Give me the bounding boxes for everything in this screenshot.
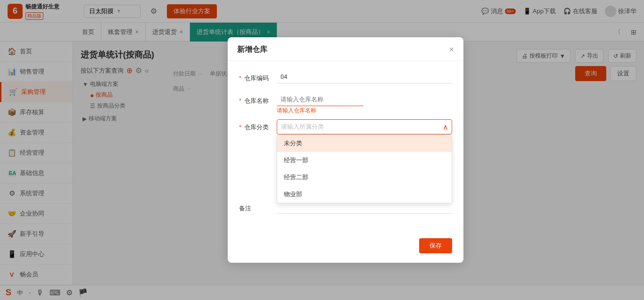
modal-header: 新增仓库 ×	[228, 37, 463, 61]
modal-title: 新增仓库	[237, 45, 267, 55]
name-input[interactable]	[277, 93, 363, 106]
note-label: 备注	[239, 200, 277, 213]
code-input[interactable]	[277, 70, 452, 83]
category-dropdown[interactable]: 请输入所属分类	[277, 119, 452, 134]
category-label-text: 仓库分类	[244, 124, 269, 131]
warehouse-modal: 新增仓库 × * 仓库编码 * 仓库名称 请输入仓库名称 *	[228, 37, 463, 263]
code-label-text: 仓库编码	[244, 75, 269, 82]
save-button[interactable]: 保存	[419, 238, 452, 253]
modal-body: * 仓库编码 * 仓库名称 请输入仓库名称 * 仓库分类	[228, 61, 463, 233]
category-placeholder: 请输入所属分类	[281, 123, 324, 131]
name-required-mark: *	[239, 97, 241, 104]
category-dropdown-arrow: ∧	[443, 123, 448, 132]
option-uncategorized[interactable]: 未分类	[277, 135, 452, 152]
name-label-text: 仓库名称	[244, 97, 269, 104]
name-input-wrap: 请输入仓库名称	[277, 93, 452, 106]
option-operations-1[interactable]: 经营一部	[277, 152, 452, 169]
code-label: * 仓库编码	[239, 70, 277, 83]
category-input-wrap: 请输入所属分类 ∧ 未分类 经营一部 经营二部 物业部	[277, 119, 452, 134]
code-required-mark: *	[239, 75, 241, 82]
category-label: * 仓库分类	[239, 119, 277, 132]
option-property[interactable]: 物业部	[277, 186, 452, 203]
name-label: * 仓库名称	[239, 93, 277, 105]
note-label-text: 备注	[239, 205, 251, 212]
category-form-row: * 仓库分类 请输入所属分类 ∧ 未分类 经营一部 经营二部 物业部	[239, 119, 452, 134]
name-form-row: * 仓库名称 请输入仓库名称	[239, 93, 452, 106]
category-required-mark: *	[239, 124, 241, 131]
modal-close-button[interactable]: ×	[449, 45, 454, 55]
category-dropdown-list: 未分类 经营一部 经营二部 物业部	[277, 134, 452, 203]
option-operations-2[interactable]: 经营二部	[277, 169, 452, 186]
modal-footer: 保存	[228, 233, 463, 263]
name-error-message: 请输入仓库名称	[277, 107, 316, 115]
code-form-row: * 仓库编码	[239, 70, 452, 83]
